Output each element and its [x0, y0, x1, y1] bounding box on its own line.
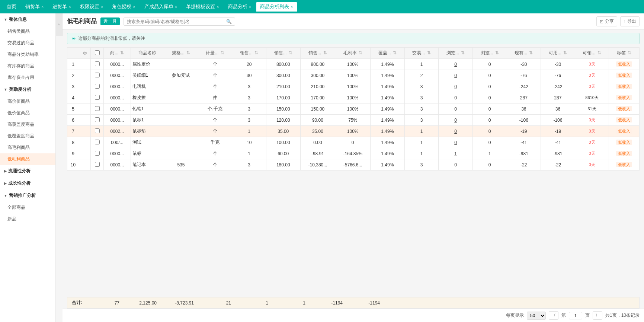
- sidebar-item-有库存的商品[interactable]: 有库存的商品: [0, 60, 55, 72]
- row-browse1[interactable]: 0: [439, 70, 473, 81]
- sidebar-item-低毛利商品[interactable]: 低毛利商品: [0, 153, 55, 165]
- row-checkbox[interactable]: [95, 73, 100, 77]
- row-checkbox-cell[interactable]: [91, 59, 104, 70]
- row-checkbox[interactable]: [95, 128, 100, 133]
- sort-icon[interactable]: ⇅: [253, 50, 258, 55]
- row-checkbox[interactable]: [95, 140, 100, 144]
- browse1-link[interactable]: 0: [454, 129, 457, 134]
- close-icon[interactable]: ×: [217, 4, 219, 9]
- nav-item-商品分析[interactable]: 商品分析×: [224, 2, 255, 12]
- row-checkbox[interactable]: [95, 61, 100, 66]
- sort-icon[interactable]: ⇅: [119, 50, 124, 55]
- browse1-link[interactable]: 0: [454, 106, 457, 112]
- row-browse1[interactable]: 0: [439, 115, 473, 126]
- sidebar-group-整体信息[interactable]: ▼整体信息: [0, 13, 55, 26]
- sidebar-item-销售类商品[interactable]: 销售类商品: [0, 26, 55, 37]
- close-icon[interactable]: ×: [291, 4, 293, 9]
- browse1-link[interactable]: 0: [454, 62, 457, 67]
- row-checkbox-cell[interactable]: [91, 159, 104, 170]
- sidebar-item-高价值商品[interactable]: 高价值商品: [0, 96, 55, 107]
- nav-item-单据模板设置[interactable]: 单据模板设置×: [182, 2, 222, 12]
- nav-item-进货单[interactable]: 进货单×: [49, 2, 74, 12]
- sort-icon[interactable]: ⇅: [562, 50, 567, 55]
- sort-icon[interactable]: ⇅: [426, 50, 430, 55]
- sort-icon[interactable]: ⇅: [185, 50, 190, 55]
- select-all-checkbox[interactable]: [95, 50, 100, 55]
- prev-page-btn[interactable]: 〈: [549, 311, 558, 320]
- sidebar-group-成长性分析[interactable]: ▶成长性分析: [0, 177, 55, 189]
- row-checkbox[interactable]: [95, 151, 100, 156]
- row-browse1[interactable]: 1: [439, 148, 473, 159]
- search-icon[interactable]: 🔍: [226, 19, 232, 24]
- sidebar-group-营销推广分析[interactable]: ▼营销推广分析: [0, 189, 55, 202]
- sort-icon[interactable]: ⇅: [494, 50, 499, 55]
- row-checkbox-cell[interactable]: [91, 115, 104, 126]
- row-checkbox[interactable]: [95, 117, 100, 122]
- sidebar-collapse-btn[interactable]: «: [56, 13, 63, 36]
- sidebar-item-交易过的商品[interactable]: 交易过的商品: [0, 37, 55, 49]
- sort-icon[interactable]: ⇅: [627, 50, 631, 55]
- sidebar-item-低覆盖度商品[interactable]: 低覆盖度商品: [0, 130, 55, 142]
- sort-icon[interactable]: ⇅: [596, 50, 601, 55]
- sidebar-item-商品分类助销率[interactable]: 商品分类助销率: [0, 49, 55, 60]
- sidebar-item-库存资金占用[interactable]: 库存资金占用: [0, 72, 55, 83]
- row-browse1[interactable]: 0: [439, 81, 473, 92]
- share-button[interactable]: ⊡ 分享: [596, 16, 617, 26]
- browse1-link[interactable]: 0: [454, 162, 457, 168]
- row-checkbox-cell[interactable]: [91, 92, 104, 103]
- browse1-link[interactable]: 0: [454, 140, 457, 145]
- col-checkbox[interactable]: [91, 48, 104, 59]
- browse1-link[interactable]: 0: [454, 73, 457, 78]
- close-icon[interactable]: ×: [133, 4, 135, 9]
- nav-item-产成品入库单[interactable]: 产成品入库单×: [141, 2, 181, 12]
- sort-icon[interactable]: ⇅: [460, 50, 465, 55]
- export-button[interactable]: ↑ 导出: [620, 16, 640, 26]
- sidebar-group-流通性分析[interactable]: ▶流通性分析: [0, 165, 55, 177]
- nav-item-商品分析列表[interactable]: 商品分析列表×: [256, 2, 297, 12]
- close-icon[interactable]: ×: [175, 4, 177, 9]
- row-checkbox-cell[interactable]: [91, 126, 104, 137]
- sidebar-item-高覆盖度商品[interactable]: 高覆盖度商品: [0, 119, 55, 130]
- row-checkbox-cell[interactable]: [91, 70, 104, 81]
- nav-item-首页[interactable]: 首页: [3, 2, 20, 12]
- row-checkbox-cell[interactable]: [91, 81, 104, 92]
- sidebar-item-新品[interactable]: 新品: [0, 213, 55, 225]
- search-input[interactable]: [127, 19, 226, 24]
- row-checkbox-cell[interactable]: [91, 103, 104, 115]
- sort-icon[interactable]: ⇅: [358, 50, 362, 55]
- nav-item-销货单[interactable]: 销货单×: [22, 2, 47, 12]
- row-browse1[interactable]: 0: [439, 103, 473, 115]
- next-page-btn[interactable]: 〉: [593, 311, 602, 320]
- sidebar-item-低价值商品[interactable]: 低价值商品: [0, 107, 55, 119]
- close-icon[interactable]: ×: [68, 4, 71, 9]
- row-checkbox[interactable]: [95, 106, 100, 111]
- browse1-link[interactable]: 0: [454, 84, 457, 89]
- row-checkbox-cell[interactable]: [91, 148, 104, 159]
- row-browse1[interactable]: 0: [439, 159, 473, 170]
- sort-icon[interactable]: ⇅: [528, 50, 533, 55]
- sort-icon[interactable]: ⇅: [219, 50, 224, 55]
- row-browse1[interactable]: 0: [439, 137, 473, 148]
- row-checkbox[interactable]: [95, 84, 100, 89]
- sort-icon[interactable]: ⇅: [392, 50, 397, 55]
- row-checkbox-cell[interactable]: [91, 137, 104, 148]
- per-page-select[interactable]: 50 20 100: [527, 312, 546, 320]
- close-icon[interactable]: ×: [101, 4, 103, 9]
- row-browse1[interactable]: 0: [439, 126, 473, 137]
- row-browse1[interactable]: 0: [439, 92, 473, 103]
- row-checkbox[interactable]: [95, 95, 100, 100]
- date-badge[interactable]: 近一月: [100, 17, 120, 25]
- sidebar-group-美勤度分析[interactable]: ▼美勤度分析: [0, 83, 55, 96]
- close-icon[interactable]: ×: [249, 4, 251, 9]
- row-browse1[interactable]: 0: [439, 59, 473, 70]
- browse1-link[interactable]: 0: [454, 95, 457, 101]
- row-checkbox[interactable]: [95, 162, 100, 167]
- col-settings[interactable]: ⚙: [79, 48, 91, 59]
- nav-item-角色授权[interactable]: 角色授权×: [108, 2, 139, 12]
- nav-item-权限设置[interactable]: 权限设置×: [76, 2, 107, 12]
- sort-icon[interactable]: ⇅: [322, 50, 327, 55]
- page-input[interactable]: [569, 312, 582, 319]
- sort-icon[interactable]: ⇅: [288, 50, 292, 55]
- browse1-link[interactable]: 0: [454, 118, 457, 123]
- close-icon[interactable]: ×: [41, 4, 44, 9]
